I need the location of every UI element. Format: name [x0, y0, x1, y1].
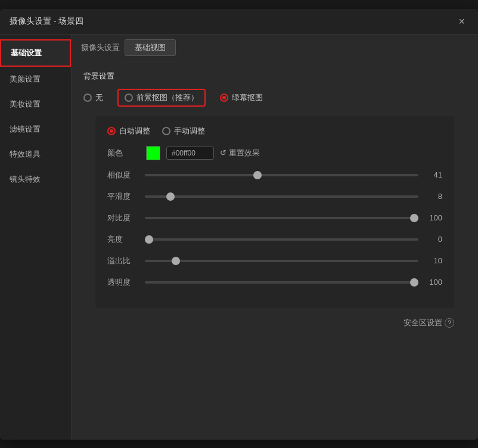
brightness-slider-row: 亮度 0: [107, 234, 442, 245]
similarity-slider-wrap: [145, 170, 418, 180]
bg-option-foreground[interactable]: 前景抠图（推荐）: [117, 89, 206, 107]
top-bar: 摄像头设置 基础视图: [72, 35, 478, 61]
radio-greenscreen: [220, 94, 228, 102]
bg-option-greenscreen[interactable]: 绿幕抠图: [220, 92, 263, 103]
reset-icon: ↺: [220, 148, 226, 157]
close-button[interactable]: ×: [455, 15, 468, 28]
background-settings-section: 背景设置 无 前景抠图（推荐） 绿幕抠图: [72, 61, 478, 340]
bg-greenscreen-label: 绿幕抠图: [232, 92, 263, 103]
title-bar: 摄像头设置 - 场景四 ×: [0, 9, 478, 35]
opacity-slider[interactable]: [145, 281, 418, 284]
color-swatch[interactable]: [146, 146, 160, 160]
sidebar-item-lens[interactable]: 镜头特效: [0, 167, 71, 192]
manual-adjust-label: 手动调整: [174, 126, 205, 136]
radio-none: [83, 94, 92, 102]
opacity-value: 100: [423, 278, 442, 287]
dialog-title: 摄像头设置 - 场景四: [10, 16, 83, 27]
similarity-slider[interactable]: [145, 174, 418, 176]
sidebar-item-props[interactable]: 特效道具: [0, 142, 71, 167]
reset-button[interactable]: ↺ 重置效果: [220, 148, 260, 158]
contrast-value: 100: [423, 213, 442, 222]
footer: 安全区设置 ?: [83, 313, 466, 331]
manual-adjust-option[interactable]: 手动调整: [162, 126, 205, 136]
bg-none-label: 无: [95, 92, 103, 103]
smoothness-label: 平滑度: [107, 191, 140, 202]
sidebar-item-makeup[interactable]: 美妆设置: [0, 92, 71, 117]
overflow-slider-wrap: [145, 256, 418, 266]
overflow-slider-row: 溢出比 10: [107, 256, 442, 266]
auto-adjust-label: 自动调整: [119, 126, 150, 136]
radio-foreground: [125, 94, 133, 102]
radio-manual: [162, 127, 170, 135]
auto-adjust-option[interactable]: 自动调整: [107, 126, 150, 136]
contrast-label: 对比度: [107, 213, 140, 223]
safety-settings-link[interactable]: 安全区设置 ?: [403, 318, 454, 328]
view-toggle-button[interactable]: 基础视图: [125, 39, 176, 56]
brightness-slider[interactable]: [145, 238, 418, 241]
sidebar-item-basic[interactable]: 基础设置: [0, 39, 71, 67]
sidebar-item-filter[interactable]: 滤镜设置: [0, 117, 71, 142]
camera-settings-dialog: 摄像头设置 - 场景四 × 基础设置 美颜设置 美妆设置 滤镜设置 特效道具 镜…: [0, 9, 478, 440]
brightness-value: 0: [423, 235, 442, 244]
background-options: 无 前景抠图（推荐） 绿幕抠图: [83, 89, 466, 107]
bg-foreground-label: 前景抠图（推荐）: [136, 92, 198, 103]
similarity-label: 相似度: [107, 170, 140, 181]
sidebar-item-beauty[interactable]: 美颜设置: [0, 67, 71, 92]
bg-option-none[interactable]: 无: [83, 92, 103, 103]
dialog-body: 基础设置 美颜设置 美妆设置 滤镜设置 特效道具 镜头特效 摄像头设置 基: [0, 35, 478, 440]
reset-label: 重置效果: [229, 148, 260, 158]
overflow-slider[interactable]: [145, 260, 418, 262]
safety-label: 安全区设置: [403, 318, 442, 328]
adjustment-row: 自动调整 手动调整: [107, 126, 442, 136]
smoothness-slider-wrap: [145, 192, 418, 201]
color-label: 颜色: [107, 148, 140, 158]
opacity-slider-wrap: [145, 278, 418, 287]
color-row: 颜色 ↺ 重置效果: [107, 146, 442, 160]
opacity-slider-row: 透明度 100: [107, 277, 442, 288]
similarity-slider-row: 相似度 41: [107, 170, 442, 181]
brightness-label: 亮度: [107, 234, 140, 245]
top-bar-label: 摄像头设置: [81, 42, 120, 53]
similarity-value: 41: [423, 170, 442, 179]
radio-auto: [107, 127, 116, 135]
help-icon: ?: [445, 318, 454, 328]
main-content: 摄像头设置 基础视图 背景设置 无 前景抠图（推荐）: [72, 35, 478, 440]
overflow-label: 溢出比: [107, 256, 140, 266]
smoothness-slider-row: 平滑度 8: [107, 191, 442, 202]
sidebar: 基础设置 美颜设置 美妆设置 滤镜设置 特效道具 镜头特效: [0, 35, 72, 440]
contrast-slider-row: 对比度 100: [107, 213, 442, 223]
color-input[interactable]: [166, 147, 214, 160]
opacity-label: 透明度: [107, 277, 140, 288]
contrast-slider[interactable]: [145, 217, 418, 219]
settings-panel: 自动调整 手动调整 颜色 ↺ 重置效果: [95, 116, 454, 308]
smoothness-slider[interactable]: [145, 195, 418, 198]
brightness-slider-wrap: [145, 235, 418, 244]
section-title: 背景设置: [83, 71, 466, 82]
overflow-value: 10: [423, 256, 442, 265]
contrast-slider-wrap: [145, 213, 418, 223]
smoothness-value: 8: [423, 192, 442, 201]
